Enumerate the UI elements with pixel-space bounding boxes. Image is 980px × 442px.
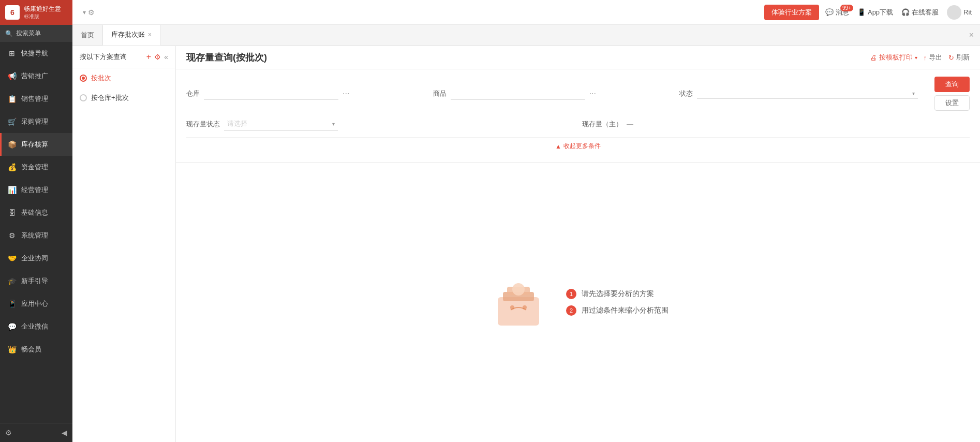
brand-info: 畅康通好生意 标准版 bbox=[24, 5, 61, 21]
sidebar-item-label: 销售管理 bbox=[21, 94, 48, 104]
add-scheme-icon[interactable]: + bbox=[146, 52, 151, 62]
query-button[interactable]: 查询 bbox=[934, 77, 970, 92]
sidebar-item-purchase[interactable]: 🛒 采购管理 bbox=[0, 110, 72, 133]
collapse-filters-btn[interactable]: ▲ 收起更多条件 bbox=[186, 137, 970, 155]
refresh-btn[interactable]: ↻ 刷新 bbox=[948, 53, 970, 62]
message-icon: 💬 bbox=[825, 8, 834, 16]
left-panel: 按以下方案查询 + ⚙ « 按批次 按仓库+批次 bbox=[72, 46, 176, 442]
topbar-right: 💬 消息 99+ 📱 App下载 🎧 在线客服 Rit bbox=[825, 5, 972, 20]
empty-svg bbox=[487, 271, 550, 333]
messages-btn[interactable]: 💬 消息 99+ bbox=[825, 8, 849, 17]
topbar-settings-icon[interactable]: ⚙ bbox=[88, 8, 95, 17]
stock-status-placeholder: 请选择 bbox=[227, 119, 330, 128]
tab-close-icon[interactable]: × bbox=[148, 32, 152, 38]
svg-point-3 bbox=[512, 283, 525, 296]
sidebar-item-enterprise[interactable]: 🤝 企业协同 bbox=[0, 247, 72, 270]
user-avatar-btn[interactable]: Rit bbox=[947, 5, 972, 20]
topbar: ▾ ⚙ 体验行业方案 💬 消息 99+ 📱 App下载 🎧 在线客服 Rit bbox=[72, 0, 980, 25]
stock-status-select[interactable]: 请选择 ▾ bbox=[224, 117, 338, 131]
sidebar-item-apps[interactable]: 📱 应用中心 bbox=[0, 292, 72, 315]
export-label: 导出 bbox=[929, 53, 942, 62]
service-icon: 🎧 bbox=[901, 8, 910, 16]
warehouse-more-icon[interactable]: ··· bbox=[343, 89, 349, 98]
sidebar-item-basic[interactable]: 🗄 基础信息 bbox=[0, 201, 72, 224]
app-logo: 6 bbox=[5, 5, 20, 20]
experience-btn[interactable]: 体验行业方案 bbox=[764, 5, 819, 20]
sidebar-item-member[interactable]: 👑 畅会员 bbox=[0, 338, 72, 361]
sidebar-item-label: 资金管理 bbox=[21, 163, 48, 172]
breadcrumb-dropdown-icon[interactable]: ▾ bbox=[83, 9, 86, 16]
warehouse-input[interactable] bbox=[204, 87, 338, 100]
sidebar-item-finance[interactable]: 💰 资金管理 bbox=[0, 156, 72, 179]
radio-warehouse-batch bbox=[80, 94, 87, 101]
svg-point-4 bbox=[510, 305, 514, 310]
content-area: 按以下方案查询 + ⚙ « 按批次 按仓库+批次 现存量查询(按批次) bbox=[72, 46, 980, 442]
status-label: 状态 bbox=[679, 89, 693, 98]
stock-amount-label: 现存量（主） bbox=[582, 120, 622, 129]
left-panel-title: 按以下方案查询 bbox=[80, 52, 127, 62]
empty-hint-1: 1 请先选择要分析的方案 bbox=[566, 289, 669, 299]
member-icon: 👑 bbox=[7, 344, 17, 355]
sidebar-item-wechat[interactable]: 💬 企业微信 bbox=[0, 315, 72, 338]
tab-home[interactable]: 首页 bbox=[72, 25, 103, 45]
sidebar-item-label: 新手引导 bbox=[21, 276, 48, 286]
marketing-icon: 📢 bbox=[7, 71, 17, 81]
product-more-icon[interactable]: ··· bbox=[589, 89, 596, 98]
search-icon: 🔍 bbox=[5, 30, 13, 37]
user-avatar bbox=[947, 5, 961, 20]
sidebar-search[interactable]: 🔍 搜索菜单 bbox=[0, 25, 72, 42]
sidebar-footer: ⚙ ◀ bbox=[0, 423, 72, 442]
export-icon: ↑ bbox=[924, 54, 927, 62]
online-service-btn[interactable]: 🎧 在线客服 bbox=[901, 8, 939, 17]
page-top-actions: 🖨 按模板打印 ▾ ↑ 导出 ↻ 刷新 bbox=[870, 53, 970, 62]
status-filter: 状态 ▾ bbox=[679, 89, 918, 99]
sidebar-item-operations[interactable]: 📊 经营管理 bbox=[0, 179, 72, 201]
stock-status-arrow-icon: ▾ bbox=[332, 121, 335, 127]
settings-button[interactable]: 设置 bbox=[934, 95, 970, 111]
print-btn[interactable]: 🖨 按模板打印 ▾ bbox=[870, 53, 917, 62]
tab-inventory-batch[interactable]: 库存批次账 × bbox=[103, 25, 160, 46]
sidebar: 6 畅康通好生意 标准版 🔍 搜索菜单 ⊞ 快捷导航 📢 营销推广 📋 销售管理… bbox=[0, 0, 72, 442]
tab-label: 库存批次账 bbox=[111, 30, 145, 39]
scheme-batch-label: 按批次 bbox=[91, 73, 111, 83]
logo-text: 6 bbox=[10, 8, 14, 17]
settings-scheme-icon[interactable]: ⚙ bbox=[154, 53, 161, 61]
basic-icon: 🗄 bbox=[7, 208, 17, 218]
filter-bar: 仓库 ··· 商品 ··· 状态 ▾ bbox=[176, 69, 980, 163]
collapse-sidebar-icon[interactable]: ◀ bbox=[62, 429, 67, 437]
tab-end-close-btn[interactable]: × bbox=[963, 25, 980, 46]
app-download-btn[interactable]: 📱 App下载 bbox=[857, 8, 893, 17]
sidebar-item-guide[interactable]: 🎓 新手引导 bbox=[0, 270, 72, 292]
sidebar-item-sales[interactable]: 📋 销售管理 bbox=[0, 87, 72, 110]
sidebar-item-marketing[interactable]: 📢 营销推广 bbox=[0, 65, 72, 87]
brand-name: 畅康通好生意 bbox=[24, 5, 61, 13]
product-label: 商品 bbox=[433, 89, 447, 98]
sidebar-item-system[interactable]: ⚙ 系统管理 bbox=[0, 224, 72, 247]
main-area: ▾ ⚙ 体验行业方案 💬 消息 99+ 📱 App下载 🎧 在线客服 Rit bbox=[72, 0, 980, 442]
collapse-label: 收起更多条件 bbox=[563, 142, 601, 151]
finance-icon: 💰 bbox=[7, 162, 17, 172]
sidebar-item-label: 企业协同 bbox=[21, 254, 48, 263]
scheme-item-warehouse-batch[interactable]: 按仓库+批次 bbox=[72, 88, 175, 108]
print-dropdown-icon[interactable]: ▾ bbox=[915, 55, 917, 61]
export-btn[interactable]: ↑ 导出 bbox=[924, 53, 943, 62]
quick-nav-icon: ⊞ bbox=[7, 48, 17, 58]
filter-row-2: 现存量状态 请选择 ▾ 现存量（主） — bbox=[186, 117, 970, 131]
collapse-panel-icon[interactable]: « bbox=[164, 53, 168, 61]
status-select[interactable]: ▾ bbox=[697, 89, 918, 99]
sidebar-item-inventory[interactable]: 📦 库存核算 bbox=[0, 133, 72, 156]
left-panel-header: 按以下方案查询 + ⚙ « bbox=[72, 46, 175, 68]
tabs-bar: 首页 库存批次账 × × bbox=[72, 25, 980, 46]
svg-rect-0 bbox=[498, 297, 539, 326]
empty-hints: 1 请先选择要分析的方案 2 用过滤条件来缩小分析范围 bbox=[566, 289, 669, 316]
svg-point-5 bbox=[523, 305, 527, 310]
product-input[interactable] bbox=[451, 87, 585, 100]
sidebar-item-quick-nav[interactable]: ⊞ 快捷导航 bbox=[0, 42, 72, 65]
settings-footer-icon[interactable]: ⚙ bbox=[5, 429, 12, 437]
sidebar-item-label: 应用中心 bbox=[21, 299, 48, 308]
scheme-item-batch[interactable]: 按批次 bbox=[72, 68, 175, 88]
sidebar-item-label: 畅会员 bbox=[21, 345, 41, 354]
sidebar-item-label: 基础信息 bbox=[21, 208, 48, 217]
service-label: 在线客服 bbox=[912, 8, 939, 17]
filter-actions: 查询 设置 bbox=[934, 77, 970, 111]
